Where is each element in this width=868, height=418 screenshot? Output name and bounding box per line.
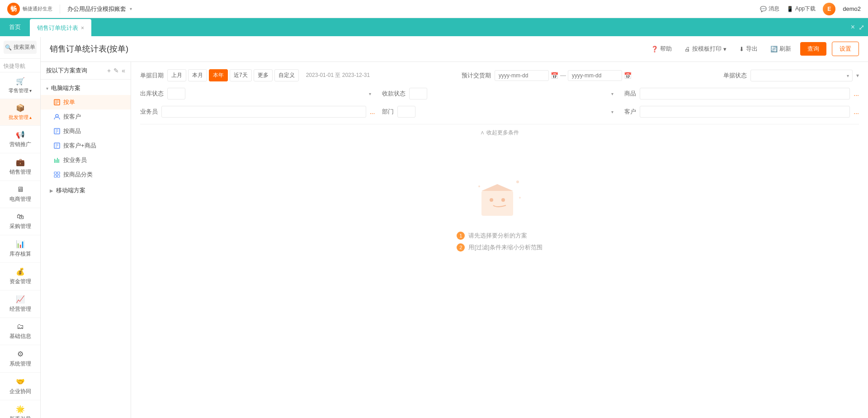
scheme-edit-btn[interactable]: ✎ xyxy=(113,67,119,74)
svg-rect-14 xyxy=(56,160,57,163)
finance-icon: 💰 xyxy=(16,267,25,276)
cal-icon-1[interactable]: 📅 xyxy=(551,72,558,79)
system-label: 系统管理 xyxy=(9,360,31,368)
product-ellipsis-btn[interactable]: ... xyxy=(854,90,859,97)
this-month-btn[interactable]: 本月 xyxy=(188,69,207,81)
tab-maximize-btn[interactable]: ⤢ xyxy=(859,23,864,32)
print-label: 按模板打印 xyxy=(692,45,722,53)
svg-rect-13 xyxy=(54,159,55,163)
custom-btn[interactable]: 自定义 xyxy=(274,69,299,81)
purchase-icon: 🛍 xyxy=(17,213,24,221)
tab-minimize-btn[interactable]: × xyxy=(851,23,855,32)
department-select[interactable] xyxy=(397,106,415,118)
empty-tip-1: 1 请先选择要分析的方案 xyxy=(457,232,542,240)
export-btn[interactable]: ⬇ 导出 xyxy=(736,43,761,55)
expected-delivery-input-group: 📅 — 📅 xyxy=(495,70,632,81)
salesperson-label: 业务员 xyxy=(140,108,158,116)
salesperson-input[interactable] xyxy=(161,106,366,118)
ecommerce-icon: 🖥 xyxy=(17,185,24,194)
tip-text-1: 请先选择要分析的方案 xyxy=(468,232,527,240)
collapse-bar[interactable]: ∧ 收起更多条件 xyxy=(140,124,859,141)
sidebar-item-wholesale[interactable]: 📦 批发管理 ▴ xyxy=(0,99,40,126)
scheme-item-sales[interactable]: 按业务员 xyxy=(41,153,131,167)
scheme-item-category[interactable]: 按商品分类 xyxy=(41,167,131,182)
svg-rect-17 xyxy=(54,172,57,174)
logo-area: 畅 畅捷通好生意 xyxy=(7,3,52,15)
sidebar-item-purchase[interactable]: 🛍 采购管理 xyxy=(0,208,40,235)
tab-active[interactable]: 销售订单统计表 × xyxy=(30,19,91,37)
sidebar-item-marketing[interactable]: 📢 营销推广 xyxy=(0,126,40,153)
order-status-label: 单据状态 xyxy=(723,71,747,80)
scheme-add-btn[interactable]: + xyxy=(107,67,111,74)
page-header: 销售订单统计表(按单) ❓ 帮助 🖨 按模板打印 ▾ ⬇ 导出 🔄 刷新 xyxy=(41,36,868,62)
scheme-mobile-section[interactable]: ▶ 移动端方案 xyxy=(41,184,131,197)
customer-ellipsis-btn[interactable]: ... xyxy=(854,108,859,115)
download-icon: 📱 xyxy=(787,6,793,12)
salesperson-ellipsis-btn[interactable]: ... xyxy=(370,108,375,115)
settings-btn[interactable]: 设置 xyxy=(832,42,859,56)
scheme-item-order[interactable]: 按单 xyxy=(41,95,131,109)
date-label: 单据日期 xyxy=(140,71,164,80)
tab-bar-actions: × ⤢ xyxy=(851,23,864,32)
scheme-item-customer[interactable]: 按客户 xyxy=(41,109,131,124)
delivery-status-select[interactable] xyxy=(167,88,185,100)
sidebar-item-ecommerce[interactable]: 🖥 电商管理 xyxy=(0,181,40,208)
app-title-dropdown[interactable]: ▾ xyxy=(130,6,132,11)
this-year-btn[interactable]: 本年 xyxy=(209,69,228,81)
scheme-item-product[interactable]: 按商品 xyxy=(41,124,131,138)
sidebar-item-retail[interactable]: 🛒 零售管理 ▾ xyxy=(0,72,40,99)
app-download-btn[interactable]: 📱 App下载 xyxy=(787,5,816,13)
sidebar-item-finance[interactable]: 💰 资金管理 xyxy=(0,263,40,290)
scheme-product-label: 按商品 xyxy=(63,127,81,135)
cal-icon-2[interactable]: 📅 xyxy=(624,72,632,79)
more-date-btn[interactable]: 更多 xyxy=(254,69,273,81)
expected-delivery-to[interactable] xyxy=(568,70,622,81)
payment-status-wrapper xyxy=(409,88,617,100)
empty-tips: 1 请先选择要分析的方案 2 用[过滤]条件来缩小分析范围 xyxy=(457,232,542,255)
page-title: 销售订单统计表(按单) xyxy=(50,43,128,54)
sidebar-search-area: 🔍 搜索菜单 xyxy=(0,36,40,59)
sidebar-item-inventory[interactable]: 📊 库存核算 xyxy=(0,235,40,263)
operation-icon: 📈 xyxy=(16,295,25,304)
payment-status-select[interactable] xyxy=(409,88,427,100)
prev-month-btn[interactable]: 上月 xyxy=(167,69,186,81)
pc-section-label: 电脑端方案 xyxy=(51,84,80,92)
help-btn[interactable]: ❓ 帮助 xyxy=(647,43,675,55)
scheme-collapse-btn[interactable]: « xyxy=(122,67,125,74)
sidebar-item-system[interactable]: ⚙ 系统管理 xyxy=(0,345,40,373)
export-icon: ⬇ xyxy=(739,46,744,52)
svg-point-25 xyxy=(478,185,480,187)
scheme-cust-prod-label: 按客户+商品 xyxy=(63,142,96,150)
message-btn[interactable]: 💬 消息 xyxy=(760,5,779,13)
scheme-item-cust-prod[interactable]: 按客户+商品 xyxy=(41,138,131,153)
sidebar-item-basic[interactable]: 🗂 基础信息 xyxy=(0,318,40,345)
logo-icon: 畅 xyxy=(7,3,20,15)
expected-delivery-from[interactable] xyxy=(495,70,549,81)
customer-label: 客户 xyxy=(624,108,636,116)
inventory-icon: 📊 xyxy=(16,240,25,248)
customer-input[interactable] xyxy=(640,106,850,118)
sidebar-item-sales[interactable]: 💼 销售管理 xyxy=(0,153,40,181)
sidebar-item-operation[interactable]: 📈 经营管理 xyxy=(0,290,40,318)
order-status-dropdown[interactable]: ▾ xyxy=(856,72,859,79)
scheme-header-title: 按以下方案查询 xyxy=(46,66,87,75)
print-btn[interactable]: 🖨 按模板打印 ▾ xyxy=(681,43,730,55)
collab-icon: 🤝 xyxy=(16,377,25,386)
order-status-select[interactable] xyxy=(750,70,853,81)
wholesale-expand-arrow: ▴ xyxy=(29,115,32,120)
system-icon: ⚙ xyxy=(17,350,24,358)
query-btn[interactable]: 查询 xyxy=(800,42,826,56)
tab-close-btn[interactable]: × xyxy=(81,25,84,31)
last7-btn[interactable]: 近7天 xyxy=(230,69,252,81)
scheme-customer-label: 按客户 xyxy=(63,113,81,121)
message-label: 消息 xyxy=(769,5,779,13)
refresh-btn[interactable]: 🔄 刷新 xyxy=(767,43,795,55)
sidebar-item-collab[interactable]: 🤝 企业协同 xyxy=(0,373,40,400)
sidebar-item-newbie[interactable]: 🌟 新手引导 xyxy=(0,400,40,418)
empty-illustration xyxy=(472,168,527,223)
scheme-pc-header[interactable]: ▾ 电脑端方案 xyxy=(41,81,131,95)
product-input[interactable] xyxy=(640,88,850,100)
tab-home[interactable]: 首页 xyxy=(0,18,30,36)
sales-scheme-icon xyxy=(53,157,61,164)
sidebar-search-btn[interactable]: 🔍 搜索菜单 xyxy=(4,41,37,54)
